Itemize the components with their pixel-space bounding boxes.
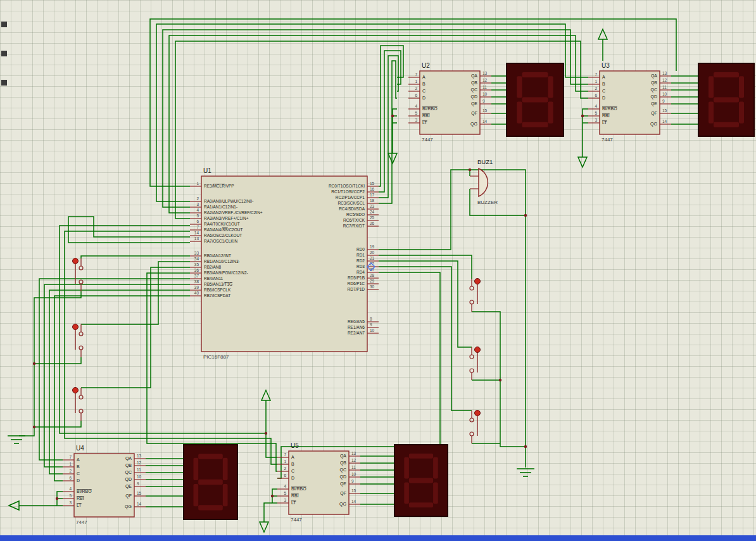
button-cap[interactable]: [475, 279, 481, 284]
wire[interactable]: [39, 279, 190, 460]
pin-label: QE: [471, 101, 477, 106]
chip-U1[interactable]: U1PIC16F8871RE3/MCLR/VPP2RA0/AN0/ULPWU/C…: [190, 167, 379, 360]
display-segment: [714, 97, 739, 102]
chip-value: 7447: [602, 137, 613, 143]
wire[interactable]: [379, 46, 403, 186]
pin-number: 4: [69, 487, 72, 491]
seven-segment-display-3[interactable]: [184, 445, 237, 519]
pin-label: RA7/OSC1/CLKIN: [204, 239, 237, 243]
button-cap[interactable]: [73, 324, 79, 330]
wire[interactable]: [34, 357, 81, 364]
pin-label: BI/RBO: [291, 487, 306, 491]
pin-label: RB0/AN12/INT: [204, 253, 231, 258]
push-button-1[interactable]: [73, 258, 84, 292]
wire-junction: [265, 432, 267, 435]
pin-label: RD1: [356, 253, 365, 257]
push-button-2[interactable]: [73, 324, 84, 358]
pin-label: RA1/AN1/C12IN1-: [204, 205, 237, 209]
pin-number: 5: [415, 111, 417, 115]
pin-label: C: [602, 89, 605, 93]
power-terminal-down[interactable]: [388, 153, 397, 163]
seven-segment-display-1[interactable]: [507, 63, 564, 136]
wire-junction: [391, 115, 394, 117]
schematic-canvas[interactable]: U1PIC16F8871RE3/MCLR/VPP2RA0/AN0/ULPWU/C…: [0, 0, 756, 541]
pin-label: QF: [125, 493, 132, 499]
button-cap[interactable]: [73, 388, 79, 393]
wire[interactable]: [81, 256, 190, 258]
push-button-6[interactable]: [470, 411, 481, 444]
seven-segment-display-4[interactable]: [394, 445, 448, 516]
buzzer[interactable]: BUZ1BUZZER: [470, 158, 498, 205]
wire[interactable]: [379, 261, 472, 347]
pin-label: RC1/T1OSI/CCP2: [331, 189, 365, 194]
pin-number: 11: [137, 468, 141, 472]
pin-label: QG: [650, 122, 657, 127]
power-terminal-down[interactable]: [578, 157, 587, 167]
pin-label: RA0/AN0/ULPWU/C12IN0-: [204, 199, 253, 203]
pin-label: RC4/SDI/SDA: [339, 207, 365, 211]
pin-number: 13: [351, 451, 356, 455]
pin-number: 7: [415, 72, 417, 77]
pin-label: RA3/AN3/VREF+/C1IN+: [204, 216, 249, 220]
pin-number: 12: [482, 78, 488, 82]
pin-label: D: [77, 478, 80, 483]
push-button-3[interactable]: [73, 388, 84, 421]
pin-label: RC6/TX/CK: [343, 218, 365, 222]
push-button-4[interactable]: [470, 279, 481, 312]
pin-number: 14: [662, 119, 667, 124]
pin-label: D: [291, 476, 294, 480]
chip-U5[interactable]: U574477A1B2C6D4BI/RBO5RBI3LT13QA12QB11QC…: [277, 442, 360, 523]
button-contact: [470, 286, 474, 290]
buzzer-body[interactable]: [479, 169, 488, 196]
pin-label: QB: [125, 463, 132, 468]
wire[interactable]: [379, 170, 526, 468]
edge-marker: [1, 51, 7, 56]
pin-label: QD: [651, 94, 658, 99]
pin-number: 2: [595, 86, 597, 91]
power-terminal-left[interactable]: [9, 501, 19, 510]
pin-number: 1: [196, 181, 199, 186]
pin-number: 19: [370, 245, 375, 249]
wire-junction: [524, 214, 527, 217]
wire[interactable]: [150, 19, 676, 186]
power-terminal-up[interactable]: [598, 29, 607, 39]
display-segment: [198, 480, 223, 485]
seven-segment-display-2[interactable]: [698, 63, 754, 136]
display-segment: [548, 76, 553, 98]
ground-symbol[interactable]: [517, 469, 534, 476]
pin-label: LT: [77, 503, 82, 507]
pin-number: 24: [370, 210, 375, 214]
pin-number: 1: [415, 79, 417, 84]
button-cap[interactable]: [475, 411, 481, 416]
display-segment: [409, 454, 433, 459]
wire[interactable]: [81, 262, 190, 324]
pin-label: RC0/T1OSO/T1CKI: [329, 184, 365, 188]
ground-symbol[interactable]: [8, 436, 25, 443]
chip-U2[interactable]: U274477A1B2C6D4BI/RBO5RBI3LT13QA12QB11QC…: [408, 62, 491, 143]
pin-label: QB: [471, 80, 477, 86]
wire[interactable]: [34, 421, 81, 427]
display-segment: [739, 76, 744, 98]
wire[interactable]: [49, 290, 190, 474]
pin-label: QC: [125, 470, 132, 475]
wire[interactable]: [264, 503, 272, 522]
button-cap[interactable]: [73, 258, 79, 264]
chip-U4[interactable]: U474477A1B2C6D4BI/RBO5RBI3LT13QA12QB11QC…: [63, 445, 146, 525]
pin-number: 33: [194, 251, 199, 255]
wire[interactable]: [44, 284, 190, 467]
push-button-5[interactable]: [470, 347, 481, 381]
pin-label: RD2: [356, 258, 365, 263]
wire[interactable]: [472, 312, 526, 447]
wire[interactable]: [379, 51, 401, 192]
pin-number: 11: [662, 85, 667, 89]
chip-U3[interactable]: U374477A1B2C6D4BI/RBO5RBI3LT13QA12QB11QC…: [588, 62, 671, 143]
wire[interactable]: [68, 217, 190, 243]
pin-number: 13: [662, 71, 667, 75]
button-cap[interactable]: [475, 347, 481, 353]
wire[interactable]: [81, 267, 190, 388]
schematic-svg[interactable]: U1PIC16F8871RE3/MCLR/VPP2RA0/AN0/ULPWU/C…: [0, 0, 756, 541]
pin-label: B: [77, 464, 80, 469]
power-terminal-up[interactable]: [261, 390, 270, 400]
pin-number: 5: [196, 213, 199, 218]
power-terminal-down[interactable]: [260, 522, 268, 532]
